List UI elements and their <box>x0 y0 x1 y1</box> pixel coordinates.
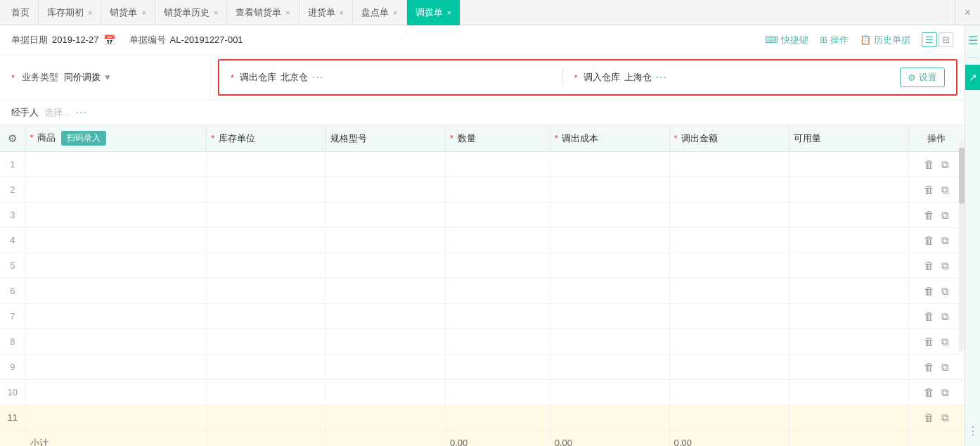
tab-inventory-init-close[interactable]: × <box>88 8 92 17</box>
row-2-product[interactable] <box>25 177 207 203</box>
row-1-cost[interactable] <box>550 152 669 177</box>
tab-sales-order[interactable]: 销货单 × <box>101 0 155 25</box>
row-7-unit[interactable] <box>207 304 326 329</box>
delete-icon-5[interactable]: 🗑 <box>924 260 934 272</box>
layout-grid-icon[interactable]: ⊟ <box>939 32 953 47</box>
vertical-scrollbar[interactable] <box>959 141 965 352</box>
row-2-spec[interactable] <box>326 177 446 203</box>
tab-inventory-check-close[interactable]: × <box>393 8 397 17</box>
row-6-qty[interactable] <box>446 279 550 304</box>
copy-icon-4[interactable]: ⧉ <box>941 234 949 246</box>
row-7-amount[interactable] <box>669 304 789 329</box>
delete-icon-10[interactable]: 🗑 <box>924 386 934 398</box>
row-5-cost[interactable] <box>550 253 669 279</box>
row-5-unit[interactable] <box>207 253 326 279</box>
copy-icon-1[interactable]: ⧉ <box>941 158 949 170</box>
tab-sales-order-close[interactable]: × <box>141 8 146 17</box>
copy-icon-11[interactable]: ⧉ <box>941 412 949 423</box>
row-7-spec[interactable] <box>326 304 446 329</box>
row-5-qty[interactable] <box>446 253 550 279</box>
row-3-amount[interactable] <box>669 203 789 228</box>
row-8-qty[interactable] <box>446 329 550 355</box>
window-close-button[interactable]: × <box>955 0 980 25</box>
row-3-qty[interactable] <box>446 203 550 228</box>
tab-inventory-check[interactable]: 盘点单 × <box>353 0 406 25</box>
target-warehouse-more-icon[interactable]: ··· <box>656 71 667 84</box>
copy-icon-3[interactable]: ⧉ <box>941 209 949 221</box>
calendar-icon[interactable]: 📅 <box>103 34 115 46</box>
tab-sales-history-close[interactable]: × <box>214 8 218 17</box>
tab-inventory-init[interactable]: 库存期初 × <box>39 0 101 25</box>
tab-home[interactable]: 首页 <box>3 0 39 25</box>
row-1-qty[interactable] <box>446 152 550 177</box>
row-11-spec[interactable] <box>326 405 446 431</box>
row-11-qty[interactable] <box>446 405 550 431</box>
row-7-product[interactable] <box>25 304 207 329</box>
copy-icon-2[interactable]: ⧉ <box>941 184 949 196</box>
row-8-unit[interactable] <box>207 329 326 355</box>
copy-icon-9[interactable]: ⧉ <box>941 361 949 373</box>
row-8-amount[interactable] <box>669 329 789 355</box>
row-7-qty[interactable] <box>446 304 550 329</box>
row-4-spec[interactable] <box>326 228 446 253</box>
delete-icon-4[interactable]: 🗑 <box>924 234 934 246</box>
row-3-product[interactable] <box>25 203 207 228</box>
row-1-unit[interactable] <box>207 152 326 177</box>
settings-button[interactable]: ⚙ 设置 <box>900 68 945 87</box>
row-4-unit[interactable] <box>207 228 326 253</box>
sidebar-scroll-icon[interactable]: ⋮ <box>965 421 981 440</box>
row-8-product[interactable] <box>25 329 207 355</box>
row-2-qty[interactable] <box>446 177 550 203</box>
row-5-product[interactable] <box>25 253 207 279</box>
history-action[interactable]: 📋 历史单据 <box>860 34 910 46</box>
copy-icon-7[interactable]: ⧉ <box>941 310 949 322</box>
row-11-unit[interactable] <box>207 405 326 431</box>
row-9-unit[interactable] <box>207 355 326 380</box>
delete-icon-6[interactable]: 🗑 <box>924 285 934 297</box>
tab-transfer[interactable]: 调拨单 × <box>407 0 460 25</box>
tab-purchase-close[interactable]: × <box>340 8 344 17</box>
row-6-amount[interactable] <box>669 279 789 304</box>
row-4-cost[interactable] <box>550 228 669 253</box>
tab-view-sales[interactable]: 查看销货单 × <box>227 0 299 25</box>
copy-icon-5[interactable]: ⧉ <box>941 260 949 272</box>
delete-icon-7[interactable]: 🗑 <box>924 310 934 322</box>
row-11-cost[interactable] <box>550 405 669 431</box>
delete-icon-1[interactable]: 🗑 <box>924 158 934 170</box>
delete-icon-11[interactable]: 🗑 <box>924 412 934 423</box>
tab-view-sales-close[interactable]: × <box>285 8 290 17</box>
delete-icon-8[interactable]: 🗑 <box>924 336 934 348</box>
row-2-unit[interactable] <box>207 177 326 203</box>
date-value[interactable]: 2019-12-27 <box>52 34 99 45</box>
row-1-product[interactable] <box>25 152 207 177</box>
row-4-product[interactable] <box>25 228 207 253</box>
copy-icon-10[interactable]: ⧉ <box>941 386 949 398</box>
layout-toggle[interactable]: ☰ ⊟ <box>922 32 953 47</box>
row-10-amount[interactable] <box>669 380 789 405</box>
scan-button[interactable]: 扫码录入 <box>61 131 106 146</box>
row-5-spec[interactable] <box>326 253 446 279</box>
row-10-spec[interactable] <box>326 380 446 405</box>
row-5-amount[interactable] <box>669 253 789 279</box>
tab-purchase[interactable]: 进货单 × <box>299 0 353 25</box>
row-4-qty[interactable] <box>446 228 550 253</box>
source-warehouse-value[interactable]: 北京仓 <box>281 71 308 84</box>
type-dropdown[interactable]: 同价调拨 ▼ <box>64 71 176 84</box>
row-4-amount[interactable] <box>669 228 789 253</box>
row-11-product[interactable] <box>25 405 207 431</box>
row-1-amount[interactable] <box>669 152 789 177</box>
target-warehouse-value[interactable]: 上海仓 <box>624 71 652 84</box>
tab-sales-history[interactable]: 销货单历史 × <box>155 0 227 25</box>
row-8-spec[interactable] <box>326 329 446 355</box>
row-11-amount[interactable] <box>669 405 789 431</box>
column-settings-icon[interactable]: ⚙ <box>8 132 17 144</box>
handler-input[interactable]: 选择... <box>44 106 70 119</box>
sidebar-list-icon[interactable]: ☰ <box>965 31 981 50</box>
row-10-cost[interactable] <box>550 380 669 405</box>
row-3-unit[interactable] <box>207 203 326 228</box>
sidebar-export-icon[interactable]: ↗ <box>965 65 981 90</box>
row-8-cost[interactable] <box>550 329 669 355</box>
row-7-cost[interactable] <box>550 304 669 329</box>
delete-icon-3[interactable]: 🗑 <box>924 209 934 221</box>
row-9-qty[interactable] <box>446 355 550 380</box>
